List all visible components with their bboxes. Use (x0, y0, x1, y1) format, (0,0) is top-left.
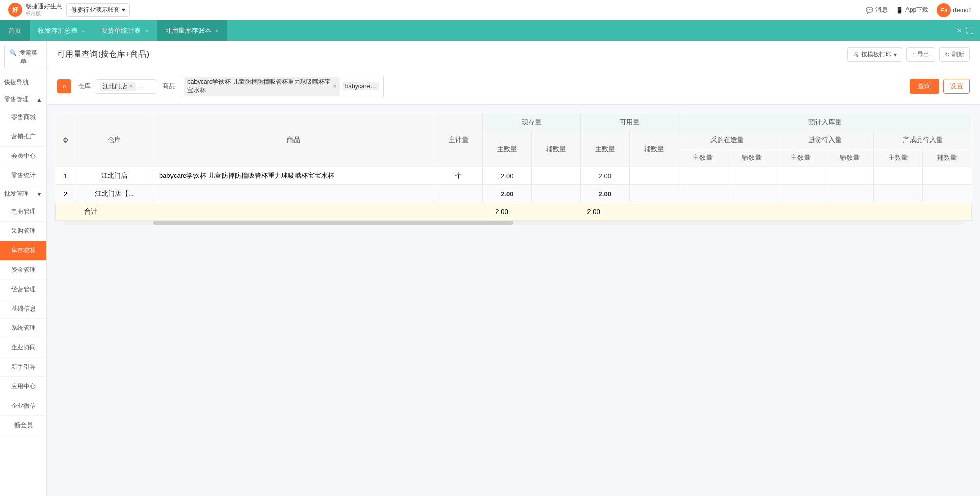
th-production-group: 产成品待入量 (874, 131, 972, 149)
footer-label: 合计 (78, 207, 124, 216)
product-tag-1-text: babycare学饮杯 儿童防摔防撞吸管杯重力球吸嘴杯宝宝水杯 (187, 78, 331, 95)
app-icon: 📱 (896, 7, 903, 14)
page-header: 可用量查询(按仓库+商品) 🖨 按模板打印 ▾ ↑ 导出 ↻ 刷新 (47, 41, 980, 68)
warehouse-tag: 江北门店 × (100, 82, 136, 91)
table-settings-icon[interactable]: ⚙ (63, 136, 69, 144)
tab-receive-summary-close[interactable]: × (82, 28, 85, 34)
export-btn[interactable]: ↑ 导出 (906, 47, 935, 62)
sidebar-item-marketing[interactable]: 营销推广 (0, 127, 46, 147)
row1-purchase-main (678, 167, 727, 185)
tab-available-stock-close[interactable]: × (215, 28, 218, 34)
table-scrollbar-thumb (153, 221, 513, 225)
sidebar-item-retail-stats[interactable]: 零售统计 (0, 166, 46, 185)
print-icon: 🖨 (853, 51, 859, 58)
sidebar-item-purchase[interactable]: 采购管理 (0, 222, 46, 241)
product-tag-2-text: babycare… (345, 83, 376, 90)
sidebar-item-new-guide[interactable]: 新手引导 (0, 358, 46, 377)
page-actions: 🖨 按模板打印 ▾ ↑ 导出 ↻ 刷新 (847, 47, 970, 62)
row1-purchase-aux (727, 167, 776, 185)
product-tag-1-remove[interactable]: × (333, 83, 337, 90)
warehouse-tag-remove[interactable]: × (129, 83, 133, 90)
row2-product (153, 185, 434, 203)
tenant-name: 母婴行业演示账套 (71, 6, 120, 14)
user-area[interactable]: Ea demo2 (937, 3, 972, 17)
th-available-group: 可用量 (580, 113, 678, 131)
th-incoming-main: 主数量 (776, 149, 825, 167)
sidebar-item-system[interactable]: 系统管理 (0, 319, 46, 338)
print-btn[interactable]: 🖨 按模板打印 ▾ (847, 47, 902, 62)
nav-tabs: 首页 收发存汇总表 × 要货单统计表 × 可用量库存账本 × × ⛶ (0, 20, 980, 41)
th-stock-main: 主数量 (483, 131, 532, 167)
sidebar-item-enterprise-label: 企业协同 (11, 344, 36, 351)
sidebar-item-finance[interactable]: 资金管理 (0, 261, 46, 280)
message-btn[interactable]: 💬 消息 (866, 6, 888, 14)
tab-receive-summary-label: 收发存汇总表 (38, 26, 78, 35)
warehouse-more-btn[interactable]: … (138, 83, 144, 90)
product-tag-2: babycare… (342, 82, 379, 90)
row2-stock-main: 2.00 (483, 185, 532, 203)
settings-btn[interactable]: 设置 (943, 79, 970, 94)
th-warehouse: 仓库 (76, 113, 153, 167)
message-icon: 💬 (866, 7, 873, 14)
row1-available-aux (629, 167, 678, 185)
sidebar-quick-nav[interactable]: 快捷导航 (0, 74, 46, 91)
table-scrollbar[interactable] (63, 221, 964, 225)
row2-production-aux (923, 185, 972, 203)
sidebar-search-btn[interactable]: 🔍 搜索菜单 (4, 45, 42, 69)
row2-production-main (874, 185, 923, 203)
row2-incoming-aux (825, 185, 874, 203)
sidebar-item-new-guide-label: 新手引导 (11, 363, 36, 370)
sidebar-item-marketing-label: 营销推广 (11, 133, 36, 140)
app-download-btn[interactable]: 📱 App下载 (896, 6, 928, 14)
filter-warehouse-input[interactable]: 江北门店 × … (95, 79, 156, 94)
row2-stock-aux (532, 185, 581, 203)
sidebar-item-operations[interactable]: 经营管理 (0, 280, 46, 299)
sidebar-item-enterprise-wechat[interactable]: 企业微信 (0, 396, 46, 416)
th-purchase-main: 主数量 (678, 149, 727, 167)
sidebar-item-member-label: 会员中心 (11, 152, 36, 159)
main-layout: 🔍 搜索菜单 快捷导航 零售管理 ▲ 零售商城 营销推广 会员中心 零售统计 批… (0, 41, 980, 496)
sidebar-retail-mgmt[interactable]: 零售管理 ▲ (0, 91, 46, 108)
row2-purchase-aux (727, 185, 776, 203)
tenant-dropdown-icon: ▾ (122, 6, 125, 13)
row1-unit: 个 (434, 167, 483, 185)
row2-warehouse: 江北门店【... (76, 185, 153, 203)
sidebar-item-inventory-label: 库存核算 (11, 247, 36, 254)
sidebar-item-enterprise[interactable]: 企业协同 (0, 338, 46, 358)
sidebar-item-vip-member-label: 畅会员 (14, 421, 33, 429)
tab-order-stats-close[interactable]: × (145, 28, 148, 34)
row1-stock-main: 2.00 (483, 167, 532, 185)
export-label: 导出 (917, 50, 929, 59)
sidebar-item-inventory[interactable]: 库存核算 (0, 241, 46, 261)
quick-nav-label: 快捷导航 (4, 78, 29, 87)
tab-available-stock[interactable]: 可用量库存账本 × (157, 20, 227, 41)
sidebar-item-member[interactable]: 会员中心 (0, 147, 46, 166)
data-table: ⚙ 仓库 商品 主计量 现存量 可用量 预计入库量 主数量 辅数量 主数量 辅数… (55, 113, 972, 203)
tab-home-label: 首页 (8, 26, 21, 35)
filter-product-input[interactable]: babycare学饮杯 儿童防摔防撞吸管杯重力球吸嘴杯宝宝水杯 × babyca… (180, 75, 384, 98)
sidebar-item-operations-label: 经营管理 (11, 286, 36, 293)
sidebar-item-app-center[interactable]: 应用中心 (0, 377, 46, 396)
tab-order-stats-label: 要货单统计表 (101, 26, 141, 35)
sidebar-item-vip-member[interactable]: 畅会员 (0, 416, 46, 435)
sidebar-item-ecommerce[interactable]: 电商管理 (0, 202, 46, 222)
close-all-tabs-btn[interactable]: × (957, 26, 962, 35)
filter-toggle-btn[interactable]: » (57, 79, 71, 93)
filter-warehouse-label: 仓库 (78, 82, 91, 91)
product-tag-1: babycare学饮杯 儿童防摔防撞吸管杯重力球吸嘴杯宝宝水杯 × (184, 77, 340, 96)
sidebar-wholesale-mgmt[interactable]: 批发管理 ▼ (0, 185, 46, 202)
tab-receive-summary[interactable]: 收发存汇总表 × (30, 20, 93, 41)
tab-available-stock-label: 可用量库存账本 (165, 26, 211, 35)
tab-order-stats[interactable]: 要货单统计表 × (93, 20, 156, 41)
query-btn[interactable]: 查询 (910, 79, 939, 94)
tenant-selector[interactable]: 母婴行业演示账套 ▾ (66, 3, 130, 17)
sidebar: 🔍 搜索菜单 快捷导航 零售管理 ▲ 零售商城 营销推广 会员中心 零售统计 批… (0, 41, 47, 496)
th-available-main: 主数量 (580, 131, 629, 167)
sidebar-item-retail-mall[interactable]: 零售商城 (0, 108, 46, 127)
tab-home[interactable]: 首页 (0, 20, 30, 41)
sidebar-retail-mgmt-arrow: ▲ (36, 96, 42, 103)
fullscreen-btn[interactable]: ⛶ (966, 26, 974, 35)
sidebar-item-basic-info[interactable]: 基础信息 (0, 299, 46, 319)
sidebar-item-finance-label: 资金管理 (11, 266, 36, 273)
refresh-btn[interactable]: ↻ 刷新 (939, 47, 970, 62)
